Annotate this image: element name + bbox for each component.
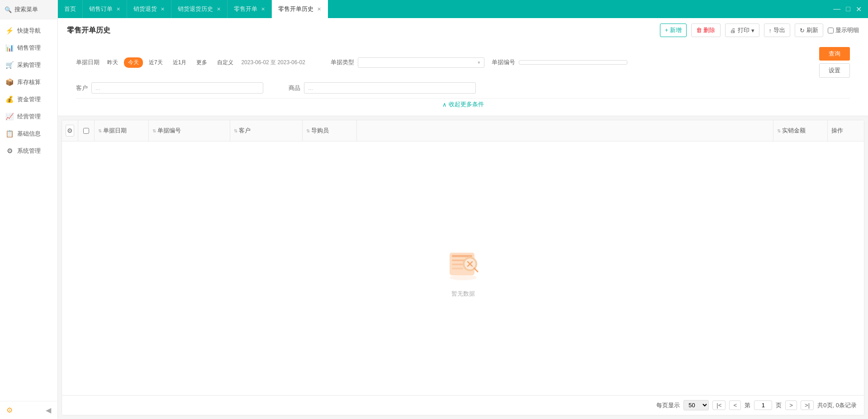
search-icon: 🔍 <box>5 6 12 13</box>
date-btn-more[interactable]: 更多 <box>192 57 211 68</box>
date-btn-last7[interactable]: 近7天 <box>145 57 167 68</box>
th-checkbox <box>78 120 95 141</box>
tab-sales-return-history-label: 销货退货历史 <box>178 5 213 13</box>
select-all-checkbox[interactable] <box>83 128 89 134</box>
th-gear: ⚙ <box>62 120 78 141</box>
close-btn[interactable]: ✕ <box>854 4 863 14</box>
sidebar-item-finance-mgmt[interactable]: 💰 资金管理 <box>0 91 57 108</box>
add-button[interactable]: + 新增 <box>660 24 687 37</box>
svg-point-0 <box>450 275 477 280</box>
tab-retail-open-close[interactable]: ✕ <box>261 6 265 12</box>
doc-type-select[interactable]: ▾ <box>358 57 484 68</box>
operations-icon: 📈 <box>5 113 14 121</box>
th-action-label: 操作 <box>831 127 843 135</box>
tab-sales-return-label: 销货退货 <box>133 5 157 13</box>
export-label: 导出 <box>773 26 785 34</box>
date-btn-yesterday[interactable]: 昨天 <box>103 57 122 68</box>
tab-retail-open[interactable]: 零售开单 ✕ <box>228 0 272 18</box>
date-btn-custom[interactable]: 自定义 <box>213 57 237 68</box>
date-buttons: 昨天 今天 近7天 近1月 更多 自定义 2023-06-02 至 2023-0… <box>103 57 305 68</box>
tab-sales-order-close[interactable]: ✕ <box>116 6 120 12</box>
pagination: 每页显示 50 100 200 |< < 第 页 > >| 共0页, 0条记录 <box>62 395 864 415</box>
export-button[interactable]: ↑ 导出 <box>764 24 791 37</box>
first-page-btn[interactable]: |< <box>712 400 726 410</box>
settings-icon[interactable]: ⚙ <box>6 406 13 414</box>
th-number-label: 单据编号 <box>157 127 181 135</box>
table-container: ⚙ ⇅ 单据日期 ⇅ 单据编号 ⇅ 客户 ⇅ <box>62 120 864 415</box>
filter-docnum-item: 单据编号 <box>492 58 627 66</box>
date-filter-label: 单据日期 <box>76 58 100 66</box>
next-page-btn[interactable]: > <box>785 400 797 410</box>
refresh-icon: ↻ <box>800 27 805 34</box>
filter-settings-button[interactable]: 设置 <box>819 63 850 78</box>
delete-button[interactable]: 🗑 删除 <box>691 24 721 37</box>
date-btn-last1m[interactable]: 近1月 <box>169 57 191 68</box>
sidebar-item-inventory[interactable]: 📦 库存核算 <box>0 74 57 91</box>
date-btn-today[interactable]: 今天 <box>124 57 143 68</box>
sidebar-footer: ⚙ ◀ <box>0 401 57 419</box>
sidebar-item-quick-nav[interactable]: ⚡ 快捷导航 <box>0 22 57 39</box>
top-nav: 首页 销售订单 ✕ 销货退货 ✕ 销货退货历史 ✕ 零售开单 ✕ 零售开单历史 … <box>58 0 868 18</box>
collapse-filter-btn[interactable]: ∧ 收起更多条件 <box>76 98 850 110</box>
sidebar-item-sales-mgmt[interactable]: 📊 销售管理 <box>0 39 57 56</box>
table-gear-icon[interactable]: ⚙ <box>66 125 74 137</box>
sidebar-item-basic-info[interactable]: 📋 基础信息 <box>0 125 57 142</box>
sidebar-search[interactable]: 🔍 搜索菜单 <box>0 0 57 19</box>
product-ellipsis: ... <box>308 85 313 91</box>
tab-sales-return[interactable]: 销货退货 ✕ <box>127 0 171 18</box>
content-area: 零售开单历史 + 新增 🗑 删除 🖨 打印 ▾ ↑ 导出 ↻ <box>58 18 868 419</box>
last-page-btn[interactable]: >| <box>801 400 814 410</box>
per-page-select[interactable]: 50 100 200 <box>683 400 709 410</box>
prev-page-btn[interactable]: < <box>729 400 741 410</box>
th-number-sort-icon: ⇅ <box>152 128 156 133</box>
sidebar-search-label: 搜索菜单 <box>14 5 38 14</box>
customer-input[interactable]: ... <box>91 82 263 94</box>
sidebar-item-inventory-label: 库存核算 <box>17 78 41 86</box>
th-amount-label: 实销金额 <box>782 127 806 135</box>
minimize-btn[interactable]: — <box>831 4 842 14</box>
sidebar-item-operations-mgmt[interactable]: 📈 经营管理 <box>0 108 57 125</box>
th-guide-sort-icon: ⇅ <box>306 128 310 133</box>
print-icon: 🖨 <box>730 27 736 34</box>
sidebar: 🔍 搜索菜单 ⚡ 快捷导航 📊 销售管理 🛒 采购管理 📦 库存核算 💰 资金管… <box>0 0 58 419</box>
tab-sales-return-close[interactable]: ✕ <box>161 6 165 12</box>
collapse-sidebar-icon[interactable]: ◀ <box>46 406 51 414</box>
query-settings-col: 查询 设置 <box>819 47 850 78</box>
window-controls: — □ ✕ <box>827 0 868 18</box>
th-customer[interactable]: ⇅ 客户 <box>230 120 303 141</box>
sidebar-item-system-mgmt[interactable]: ⚙ 系统管理 <box>0 142 57 160</box>
th-number[interactable]: ⇅ 单据编号 <box>149 120 230 141</box>
product-input[interactable]: ... <box>304 82 476 94</box>
export-icon: ↑ <box>769 27 772 34</box>
show-detail-checkbox[interactable] <box>828 28 834 33</box>
page-input[interactable] <box>754 400 772 410</box>
page-header: 零售开单历史 + 新增 🗑 删除 🖨 打印 ▾ ↑ 导出 ↻ <box>58 18 868 116</box>
refresh-button[interactable]: ↻ 刷新 <box>795 24 823 37</box>
filter-doctype-item: 单据类型 ▾ <box>331 57 484 68</box>
print-dropdown-icon: ▾ <box>751 27 754 34</box>
print-label: 打印 <box>738 26 749 34</box>
tab-home[interactable]: 首页 <box>58 0 83 18</box>
maximize-btn[interactable]: □ <box>844 4 852 14</box>
customer-label: 客户 <box>76 84 88 92</box>
tab-retail-open-history[interactable]: 零售开单历史 ✕ <box>272 0 328 18</box>
docnum-label: 单据编号 <box>492 58 515 66</box>
show-detail-toggle[interactable]: 显示明细 <box>828 26 859 34</box>
print-button[interactable]: 🖨 打印 ▾ <box>725 24 759 37</box>
sidebar-item-purchase-mgmt[interactable]: 🛒 采购管理 <box>0 56 57 74</box>
th-amount[interactable]: ⇅ 实销金额 <box>773 120 828 141</box>
filter-row-1: 单据日期 昨天 今天 近7天 近1月 更多 自定义 2023-06-02 至 2… <box>76 47 850 78</box>
tab-sales-order[interactable]: 销售订单 ✕ <box>83 0 127 18</box>
sidebar-item-system-label: 系统管理 <box>17 147 41 155</box>
sidebar-item-operations-label: 经营管理 <box>17 113 41 121</box>
table-body: 暂无数据 <box>62 141 864 395</box>
doc-number-input[interactable] <box>519 60 627 65</box>
th-guide[interactable]: ⇅ 导购员 <box>303 120 357 141</box>
tab-sales-return-history-close[interactable]: ✕ <box>217 6 221 12</box>
doctype-label: 单据类型 <box>331 58 354 66</box>
th-date[interactable]: ⇅ 单据日期 <box>95 120 149 141</box>
refresh-label: 刷新 <box>806 26 818 34</box>
tab-retail-open-history-close[interactable]: ✕ <box>317 6 321 12</box>
query-button[interactable]: 查询 <box>819 47 850 61</box>
tab-sales-return-history[interactable]: 销货退货历史 ✕ <box>171 0 228 18</box>
